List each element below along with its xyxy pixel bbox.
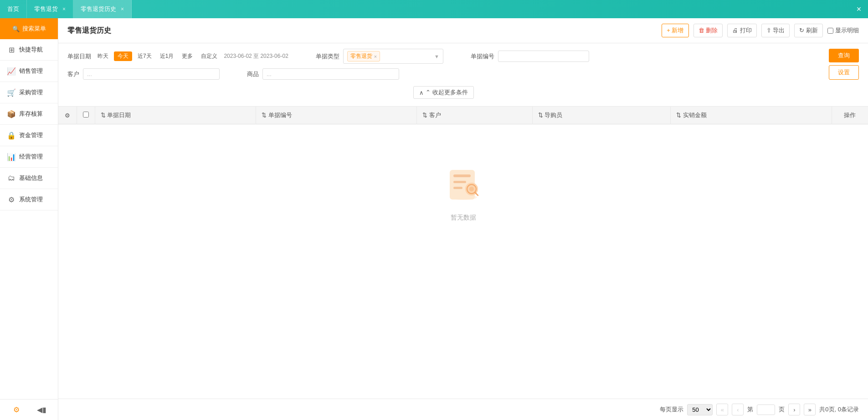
th-bill-no: ⇅ 单据编号 — [256, 107, 416, 124]
date-btn-自定义[interactable]: 自定义 — [198, 51, 220, 61]
sidebar-nav: ⊞快捷导航📈销售管理🛒采购管理📦库存核算🔒资金管理📊经营管理🗂基础信息⚙系统管理 — [0, 39, 58, 399]
filter-area: 单据日期 昨天今天近7天近1月更多自定义 2023-06-02 至 2023-0… — [58, 43, 868, 107]
page-header: 零售退货历史 + 新增 🗑 删除 🖨 打印 ⇧ 导出 ↻ 刷新 显示明细 — [58, 18, 868, 43]
tab-list: 首页零售退货×零售退货历史× — [0, 0, 850, 18]
sidebar-item-销售管理[interactable]: 📈销售管理 — [0, 61, 58, 82]
th-guide-label: ⇅ 导购员 — [538, 111, 563, 119]
th-settings: ⚙ — [58, 107, 77, 124]
goods-placeholder: ... — [267, 71, 272, 77]
sound-button[interactable]: ◀▮ — [33, 402, 50, 418]
th-actions-label: 操作 — [844, 112, 856, 118]
date-btn-更多[interactable]: 更多 — [179, 51, 195, 61]
nav-icon-采购管理: 🛒 — [7, 88, 15, 97]
svg-point-8 — [469, 187, 474, 191]
sidebar-search-label: 搜索菜单 — [22, 25, 46, 33]
action-buttons: 查询 设置 — [829, 49, 859, 80]
next-page-button[interactable]: › — [788, 404, 800, 415]
bill-type-close[interactable]: × — [374, 54, 377, 59]
collapse-icon: ∧ — [419, 89, 424, 96]
chevron-down-icon: ▼ — [434, 54, 439, 59]
svg-rect-2 — [453, 174, 471, 177]
collapse-label: ⌃ 收起更多条件 — [426, 88, 468, 97]
total-label: 共0页, 0条记录 — [819, 405, 859, 414]
empty-text: 暂无数据 — [451, 214, 476, 222]
pagination-bar: 每页显示 50 10 20 100 « ‹ 第 1 页 › » 共0页, 0条记… — [58, 399, 868, 420]
sort-guide[interactable]: ⇅ 导购员 — [538, 111, 665, 119]
select-all-checkbox[interactable] — [83, 112, 89, 118]
sort-amount[interactable]: ⇅ 实销金额 — [676, 111, 826, 119]
nav-label: 经营管理 — [19, 153, 43, 161]
bill-type-value: 零售退货 — [350, 52, 372, 60]
prev-page-button[interactable]: ‹ — [732, 404, 744, 415]
delete-button[interactable]: 🗑 删除 — [693, 24, 723, 37]
empty-state: 暂无数据 — [58, 124, 868, 258]
th-bill-no-label: ⇅ 单据编号 — [262, 111, 292, 119]
page-size-label: 每页显示 — [660, 405, 683, 414]
collapse-filter-button[interactable]: ∧ ⌃ 收起更多条件 — [413, 86, 474, 99]
page-number-input[interactable]: 1 — [757, 405, 775, 415]
nav-label: 销售管理 — [19, 67, 43, 75]
page-label: 第 — [747, 405, 753, 414]
nav-icon-资金管理: 🔒 — [7, 131, 15, 139]
sort-date[interactable]: ⇅ 单据日期 — [101, 111, 250, 119]
sidebar-item-采购管理[interactable]: 🛒采购管理 — [0, 82, 58, 103]
goods-label: 商品 — [247, 70, 259, 78]
th-actions: 操作 — [832, 107, 868, 124]
content-area: 零售退货历史 + 新增 🗑 删除 🖨 打印 ⇧ 导出 ↻ 刷新 显示明细 — [58, 18, 868, 420]
goods-input[interactable]: ... — [262, 68, 399, 80]
sidebar-item-资金管理[interactable]: 🔒资金管理 — [0, 125, 58, 146]
page-size-select[interactable]: 50 10 20 100 — [687, 404, 713, 415]
th-amount-label: ⇅ 实销金额 — [676, 111, 707, 119]
show-detail-checkbox[interactable] — [827, 28, 833, 34]
data-table: ⚙ ⇅ 单据日期 ⇅ 单据编号 — [58, 107, 868, 124]
sort-bill-no[interactable]: ⇅ 单据编号 — [262, 111, 411, 119]
nav-icon-系统管理: ⚙ — [7, 195, 15, 204]
show-detail-toggle[interactable]: 显示明细 — [827, 26, 859, 35]
date-btn-今天[interactable]: 今天 — [114, 51, 132, 61]
svg-rect-4 — [453, 187, 462, 189]
query-button[interactable]: 查询 — [829, 49, 859, 62]
window-close-button[interactable]: × — [850, 0, 868, 18]
date-btn-近7天[interactable]: 近7天 — [135, 51, 154, 61]
filter-row-2: 客户 ... 商品 ... — [67, 68, 820, 80]
filter-settings-button[interactable]: 设置 — [829, 65, 859, 80]
empty-icon — [441, 161, 486, 206]
sidebar-item-系统管理[interactable]: ⚙系统管理 — [0, 189, 58, 210]
sidebar-search[interactable]: 🔍 搜索菜单 — [0, 18, 58, 39]
tab-close-零售退货[interactable]: × — [62, 6, 66, 12]
page-title: 零售退货历史 — [67, 26, 111, 36]
tab-零售退货历史[interactable]: 零售退货历史× — [73, 0, 132, 18]
tab-首页[interactable]: 首页 — [0, 0, 27, 18]
table-settings-icon[interactable]: ⚙ — [65, 112, 70, 119]
sidebar-item-快捷导航[interactable]: ⊞快捷导航 — [0, 39, 58, 61]
bill-type-select[interactable]: 零售退货 × ▼ — [343, 49, 443, 64]
customer-label: 客户 — [67, 70, 79, 78]
tab-零售退货[interactable]: 零售退货× — [27, 0, 73, 18]
tab-close-零售退货历史[interactable]: × — [121, 6, 124, 12]
sort-customer[interactable]: ⇅ 客户 — [422, 111, 526, 119]
settings-button[interactable]: ⚙ — [8, 402, 25, 418]
first-page-button[interactable]: « — [716, 404, 728, 415]
date-btn-昨天[interactable]: 昨天 — [95, 51, 111, 61]
refresh-button[interactable]: ↻ 刷新 — [794, 24, 823, 37]
nav-icon-库存核算: 📦 — [7, 110, 15, 118]
sidebar-item-经营管理[interactable]: 📊经营管理 — [0, 146, 58, 168]
print-button[interactable]: 🖨 打印 — [727, 24, 757, 37]
sidebar-item-库存核算[interactable]: 📦库存核算 — [0, 103, 58, 125]
goods-filter: 商品 ... — [247, 68, 399, 80]
bill-no-input[interactable] — [498, 51, 589, 62]
export-button[interactable]: ⇧ 导出 — [761, 24, 790, 37]
last-page-button[interactable]: » — [804, 404, 816, 415]
table-header-row: ⚙ ⇅ 单据日期 ⇅ 单据编号 — [58, 107, 868, 124]
show-detail-label: 显示明细 — [835, 26, 859, 35]
add-button[interactable]: + 新增 — [662, 24, 688, 37]
search-icon: 🔍 — [12, 26, 20, 32]
th-date: ⇅ 单据日期 — [95, 107, 256, 124]
svg-rect-3 — [453, 181, 466, 183]
customer-input[interactable]: ... — [83, 68, 220, 80]
bill-type-label: 单据类型 — [316, 52, 339, 61]
sidebar-item-基础信息[interactable]: 🗂基础信息 — [0, 168, 58, 189]
date-btn-近1月[interactable]: 近1月 — [157, 51, 177, 61]
nav-icon-快捷导航: ⊞ — [7, 46, 15, 54]
bill-type-filter: 单据类型 零售退货 × ▼ — [316, 49, 443, 64]
